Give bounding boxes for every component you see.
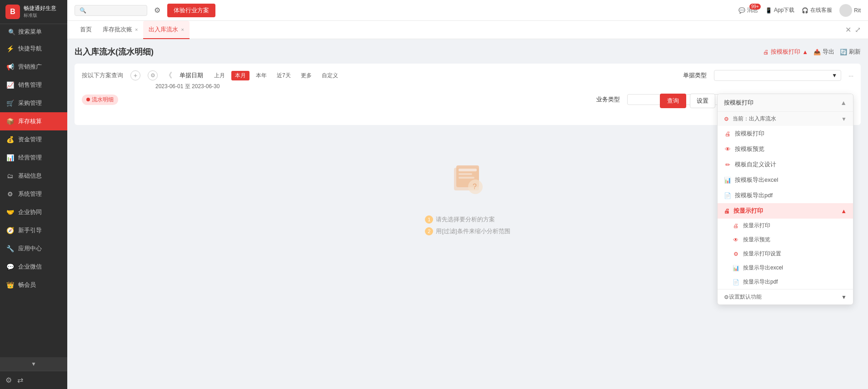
sidebar-item-system[interactable]: ⚙ 系统管理: [0, 185, 67, 203]
app-download-button[interactable]: 📱 App下载: [765, 6, 794, 14]
sidebar-item-inventory[interactable]: 📦 库存核算: [0, 112, 67, 130]
sidebar-item-sales[interactable]: 📈 销售管理: [0, 76, 67, 94]
sales-icon: 📈: [5, 80, 15, 90]
tab-flow-close[interactable]: ×: [181, 27, 184, 32]
print-dropdown-footer[interactable]: ⚙ 设置默认功能 ▼: [718, 289, 853, 304]
display-settings-item[interactable]: ⚙ 按显示打印设置: [718, 247, 853, 261]
online-service-button[interactable]: 🎧 在线客服: [802, 6, 832, 14]
filter-collapse-button[interactable]: 《: [165, 71, 172, 80]
date-custom-btn[interactable]: 自定义: [318, 71, 342, 80]
template-custom-item[interactable]: ✏ 模板自定义设计: [718, 157, 853, 172]
template-print-item[interactable]: 🖨 按模板打印: [718, 126, 853, 141]
date-prev-month-btn[interactable]: 上月: [210, 71, 229, 80]
sidebar-item-label: 企业微信: [18, 263, 42, 271]
online-service-label: 在线客服: [810, 6, 832, 14]
filter-add-button[interactable]: +: [130, 70, 140, 80]
tab-flow[interactable]: 出入库流水 ×: [143, 21, 189, 39]
filter-tag-dot: [86, 98, 90, 101]
sidebar-item-marketing[interactable]: 📢 营销推广: [0, 58, 67, 76]
content-wrapper: 出入库流水(流水明细) 🖨 按模板打印 ▲ 📤 导出 🔄 刷新: [75, 46, 861, 263]
display-section-label: 按显示打印: [733, 207, 763, 215]
hint-text-2: 用[过滤]条件来缩小分析范围: [436, 227, 510, 235]
template-export-pdf-item[interactable]: 📄 按模板导出pdf: [718, 188, 853, 203]
display-export-excel-item[interactable]: 📊 按显示导出excel: [718, 261, 853, 275]
template-export-pdf-label: 按模板导出pdf: [735, 191, 773, 199]
date-current-year-btn[interactable]: 本年: [252, 71, 270, 80]
sidebar-item-finance[interactable]: 💰 资金管理: [0, 130, 67, 149]
finance-icon: 💰: [5, 135, 15, 144]
date-last-7-days-btn[interactable]: 近7天: [273, 71, 294, 80]
print-button[interactable]: 🖨 按模板打印 ▲: [763, 48, 808, 56]
sidebar-item-label: 企业协同: [18, 208, 42, 216]
sidebar-item-operations[interactable]: 📊 经营管理: [0, 149, 67, 167]
sidebar-scroll-down[interactable]: ▼: [29, 360, 38, 368]
topbar-search-box[interactable]: 🔍: [75, 5, 147, 16]
display-export-pdf-item[interactable]: 📄 按显示导出pdf: [718, 275, 853, 289]
query-button[interactable]: 查询: [660, 94, 686, 108]
display-print-section-header[interactable]: 🖨 按显示打印 ▲: [718, 203, 853, 219]
display-print-icon: 🖨: [732, 222, 739, 229]
print-current-template[interactable]: ⚙ 当前：出入库流水 ▼: [718, 112, 853, 126]
sidebar-item-basic-info[interactable]: 🗂 基础信息: [0, 167, 67, 185]
tab-close-button[interactable]: ✕: [845, 25, 851, 34]
sidebar-item-enterprise[interactable]: 🤝 企业协同: [0, 203, 67, 221]
business-type-label: 业务类型: [596, 95, 620, 104]
industry-plan-button[interactable]: 体验行业方案: [167, 4, 215, 17]
right-action-area: 查询 设置: [660, 94, 715, 108]
refresh-icon: 🔄: [840, 49, 847, 55]
topbar-left: 🔍 ⚙ 体验行业方案: [75, 4, 738, 17]
app-download-label: App下载: [774, 6, 794, 14]
page-title: 出入库流水(流水明细): [75, 46, 154, 57]
tabs-actions: ✕ ⤢: [845, 25, 861, 34]
sidebar-collapse-icon[interactable]: ⇄: [17, 376, 23, 384]
date-more-btn[interactable]: 更多: [297, 71, 315, 80]
display-preview-label: 按显示预览: [743, 236, 770, 244]
svg-rect-2: [459, 169, 477, 171]
empty-illustration: ?: [447, 159, 488, 208]
print-dropdown-close-icon[interactable]: ▲: [840, 99, 847, 106]
message-button[interactable]: 💬 消息 99+: [738, 6, 758, 14]
tab-batch-account-label: 库存批次账: [103, 25, 132, 34]
sidebar-settings-icon[interactable]: ⚙: [5, 376, 12, 384]
print-dropdown: 按模板打印 ▲ ⚙ 当前：出入库流水 ▼ 🖨 按模板打印 👁 按模板预览: [717, 94, 853, 305]
filter-settings-button[interactable]: ⚙: [148, 70, 158, 80]
template-custom-label: 模板自定义设计: [735, 160, 776, 169]
page-header: 出入库流水(流水明细) 🖨 按模板打印 ▲ 📤 导出 🔄 刷新: [75, 46, 861, 57]
sidebar-search-menu[interactable]: 🔍 搜索菜单: [0, 24, 67, 40]
tab-maximize-button[interactable]: ⤢: [855, 25, 861, 34]
sidebar-item-guide[interactable]: 🧭 新手引导: [0, 221, 67, 239]
tab-home[interactable]: 首页: [75, 21, 97, 39]
template-export-pdf-icon: 📄: [724, 192, 731, 199]
sidebar-item-label: 销售管理: [18, 81, 42, 89]
topbar-settings-button[interactable]: ⚙: [151, 4, 164, 17]
refresh-button[interactable]: 🔄 刷新: [840, 48, 861, 56]
marketing-icon: 📢: [5, 62, 15, 71]
tab-batch-account[interactable]: 库存批次账 ×: [97, 21, 143, 39]
tab-batch-account-close[interactable]: ×: [135, 27, 138, 32]
doc-type-select[interactable]: ▼: [714, 70, 841, 81]
user-avatar-button[interactable]: Rit: [839, 4, 861, 17]
system-icon: ⚙: [5, 190, 15, 199]
sidebar-item-wechat[interactable]: 💬 企业微信: [0, 258, 67, 276]
sidebar-item-app-center[interactable]: 🔧 应用中心: [0, 239, 67, 258]
filter-settings-btn[interactable]: 设置: [690, 94, 715, 108]
date-filter-label: 单据日期: [180, 71, 203, 80]
template-preview-icon: 👁: [724, 145, 731, 153]
export-button[interactable]: 📤 导出: [813, 48, 834, 56]
date-range-display: 2023-06-01 至 2023-06-30: [155, 83, 219, 90]
template-preview-item[interactable]: 👁 按模板预览: [718, 141, 853, 157]
active-filter-tag[interactable]: 流水明细: [82, 95, 118, 105]
content-area: 出入库流水(流水明细) 🖨 按模板打印 ▲ 📤 导出 🔄 刷新: [67, 39, 868, 389]
date-current-month-btn[interactable]: 本月: [231, 71, 249, 80]
phone-icon: 📱: [765, 7, 772, 14]
display-preview-item[interactable]: 👁 按显示预览: [718, 233, 853, 247]
template-export-excel-item[interactable]: 📊 按模板导出excel: [718, 172, 853, 188]
display-export-pdf-icon: 📄: [732, 279, 739, 286]
display-settings-icon: ⚙: [732, 250, 739, 258]
display-print-item[interactable]: 🖨 按显示打印: [718, 219, 853, 233]
sidebar-item-purchase[interactable]: 🛒 采购管理: [0, 94, 67, 112]
doc-type-more-icon[interactable]: ···: [848, 72, 853, 79]
sidebar-item-quick-nav[interactable]: ⚡ 快捷导航: [0, 40, 67, 58]
sidebar-item-member[interactable]: 👑 畅会员: [0, 276, 67, 294]
topbar-search-icon: 🔍: [80, 7, 86, 14]
